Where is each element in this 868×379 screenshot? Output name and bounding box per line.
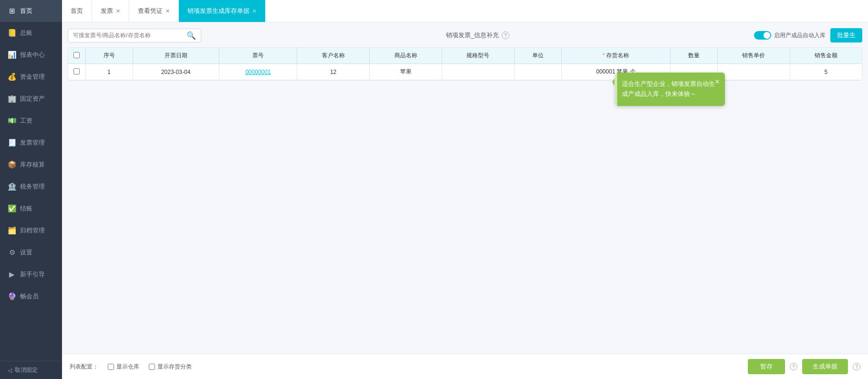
tab-voucher-close[interactable]: ✕	[165, 8, 170, 14]
search-wrapper: 🔍	[68, 29, 201, 42]
header-unit: 单位	[514, 48, 561, 64]
toolbar-right: 启用产成品自动入库 批量生	[754, 28, 862, 42]
sidebar-item-fixed-assets[interactable]: 🏢 固定资产	[0, 88, 62, 110]
sidebar-label-payroll: 工资	[20, 116, 32, 125]
sidebar-item-tutorial[interactable]: ▶ 新手引导	[0, 263, 62, 285]
row-checkbox-cell[interactable]	[68, 64, 85, 80]
toolbar: 🔍 销项发票_信息补充 ? 启用产成品自动入库 批量生	[68, 28, 862, 42]
payroll-icon: 💵	[8, 116, 16, 125]
row-amount: 5	[790, 64, 862, 80]
header-ticket-no: 票号	[219, 48, 297, 64]
inventory-icon: 📦	[8, 160, 16, 169]
info-label: 销项发票_信息补充	[446, 31, 499, 40]
show-warehouse-text: 显示仓库	[116, 363, 139, 371]
tab-sales-invoice[interactable]: 销项发票生成库存单据 ✕	[179, 0, 266, 22]
bottom-bar-actions: 暂存 ? 生成单据 ?	[748, 359, 860, 374]
header-inventory: * 存货名称	[561, 48, 670, 64]
sidebar-label-ledger: 总账	[20, 29, 32, 37]
cancel-fixed-button[interactable]: ◁ 取消固定	[0, 361, 62, 379]
sidebar-label-settings: 设置	[20, 248, 32, 257]
invoice-icon: 🧾	[8, 138, 16, 147]
header-spec: 规格型号	[442, 48, 515, 64]
generate-help-icon[interactable]: ?	[853, 363, 860, 370]
tooltip-popup: ✕ 适合生产型企业，销项发票自动生成产成品入库，快来体验～	[615, 73, 725, 106]
search-input[interactable]	[73, 32, 184, 39]
sidebar-item-home[interactable]: ⊞ 首页	[0, 0, 62, 22]
save-button[interactable]: 暂存	[748, 359, 785, 374]
main-area: 首页 发票 ✕ 查看凭证 ✕ 销项发票生成库存单据 ✕ 🔍 销项发票_信息补充	[62, 0, 868, 379]
row-customer: 12	[297, 64, 370, 80]
info-help-icon[interactable]: ?	[502, 32, 509, 39]
tooltip-close-button[interactable]: ✕	[714, 76, 720, 87]
toggle-label: 启用产成品自动入库	[774, 32, 826, 40]
header-product: 商品名称	[370, 48, 442, 64]
sidebar-label-home: 首页	[20, 7, 32, 15]
batch-button[interactable]: 批量生	[830, 28, 862, 42]
sidebar-label-funds: 资金管理	[20, 73, 45, 81]
sidebar-item-funds[interactable]: 💰 资金管理	[0, 66, 62, 88]
row-unit-price[interactable]	[717, 64, 790, 80]
auto-warehouse-toggle[interactable]	[754, 31, 771, 40]
home-icon: ⊞	[8, 7, 16, 15]
row-product: 苹果	[370, 64, 442, 80]
search-icon[interactable]: 🔍	[186, 31, 196, 40]
closing-icon: ✅	[8, 204, 16, 213]
sidebar-item-payroll[interactable]: 💵 工资	[0, 110, 62, 132]
header-checkbox[interactable]	[68, 48, 85, 64]
tab-sales-invoice-close[interactable]: ✕	[252, 8, 257, 14]
sidebar-label-member: 畅会员	[20, 292, 39, 301]
fixed-assets-icon: 🏢	[8, 95, 16, 103]
cancel-fixed-label: 取消固定	[15, 366, 38, 374]
sidebar-item-member[interactable]: 🔮 畅会员	[0, 285, 62, 307]
sidebar-item-archive[interactable]: 🗂️ 归档管理	[0, 220, 62, 242]
tab-home[interactable]: 首页	[62, 0, 92, 22]
sidebar-item-invoice[interactable]: 🧾 发票管理	[0, 132, 62, 154]
sidebar-item-ledger[interactable]: 📒 总账	[0, 22, 62, 44]
select-all-checkbox[interactable]	[73, 52, 80, 58]
sidebar-item-tax[interactable]: 🏦 税务管理	[0, 176, 62, 198]
ticket-no-link[interactable]: 00000001	[245, 69, 270, 75]
funds-icon: 💰	[8, 73, 16, 81]
sidebar-label-fixed-assets: 固定资产	[20, 95, 45, 103]
tab-invoice[interactable]: 发票 ✕	[92, 0, 129, 22]
table-wrapper: 序号 开票日期 票号 客户名称 商品名称 规格型号 单位 * 存货名称 数量 销…	[68, 47, 862, 81]
sidebar: ⊞ 首页 📒 总账 📊 报表中心 💰 资金管理 🏢 固定资产 💵 工资 🧾 发票…	[0, 0, 62, 379]
sidebar-label-inventory: 库存核算	[20, 160, 45, 169]
toolbar-center: 销项发票_信息补充 ?	[446, 31, 509, 40]
show-inventory-category-label[interactable]: 显示存货分类	[149, 363, 192, 371]
bottom-bar: 列表配置： 显示仓库 显示存货分类 暂存 ? 生成单据 ?	[62, 354, 868, 379]
row-ticket-no[interactable]: 00000001	[219, 64, 297, 80]
tab-invoice-close[interactable]: ✕	[116, 8, 120, 14]
tooltip-text: 适合生产型企业，销项发票自动生成产成品入库，快来体验～	[622, 80, 715, 97]
data-table: 序号 开票日期 票号 客户名称 商品名称 规格型号 单位 * 存货名称 数量 销…	[68, 48, 862, 80]
toggle-wrapper: 启用产成品自动入库	[754, 31, 826, 40]
sidebar-item-settings[interactable]: ⚙ 设置	[0, 242, 62, 263]
sidebar-item-reports[interactable]: 📊 报表中心	[0, 44, 62, 66]
row-checkbox[interactable]	[73, 68, 80, 74]
sidebar-item-inventory[interactable]: 📦 库存核算	[0, 154, 62, 176]
generate-button[interactable]: 生成单据	[802, 359, 848, 374]
show-warehouse-label[interactable]: 显示仓库	[108, 363, 139, 371]
tooltip-bar	[615, 73, 617, 106]
tab-home-label: 首页	[71, 7, 83, 15]
header-index: 序号	[85, 48, 133, 64]
show-inventory-category-checkbox[interactable]	[149, 364, 155, 370]
header-quantity: 数量	[670, 48, 717, 64]
show-warehouse-checkbox[interactable]	[108, 364, 114, 370]
sidebar-item-closing[interactable]: ✅ 结账	[0, 198, 62, 220]
sidebar-label-tax: 税务管理	[20, 182, 45, 191]
tab-voucher[interactable]: 查看凭证 ✕	[129, 0, 179, 22]
content-area: 🔍 销项发票_信息补充 ? 启用产成品自动入库 批量生	[62, 22, 868, 354]
settings-icon: ⚙	[8, 248, 16, 257]
sidebar-label-closing: 结账	[20, 204, 32, 213]
archive-icon: 🗂️	[8, 226, 16, 235]
tab-invoice-label: 发票	[101, 7, 113, 15]
reports-icon: 📊	[8, 51, 16, 59]
sidebar-label-invoice: 发票管理	[20, 138, 45, 147]
row-spec	[442, 64, 515, 80]
row-date: 2023-03-04	[133, 64, 219, 80]
header-date: 开票日期	[133, 48, 219, 64]
row-index: 1	[85, 64, 133, 80]
save-help-icon[interactable]: ?	[790, 363, 797, 370]
table-header-row: 序号 开票日期 票号 客户名称 商品名称 规格型号 单位 * 存货名称 数量 销…	[68, 48, 862, 64]
